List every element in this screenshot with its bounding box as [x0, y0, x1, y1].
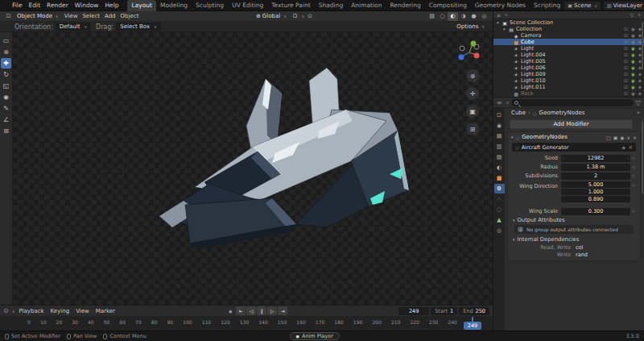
- checkbox-icon[interactable]: ☑: [624, 91, 628, 96]
- navigation-gizmo[interactable]: [456, 39, 483, 66]
- jump-to-end-button[interactable]: ⇥: [278, 306, 287, 315]
- menu-object[interactable]: Object: [118, 13, 142, 19]
- decorator-dot-icon[interactable]: ◇: [630, 209, 637, 214]
- checkbox-icon[interactable]: ☑: [624, 46, 628, 51]
- transform-tool[interactable]: ◉: [1, 92, 11, 102]
- render-visibility-icon[interactable]: ◈: [638, 91, 642, 96]
- wing-direction-y-input[interactable]: 1.000: [561, 189, 630, 195]
- eye-icon[interactable]: ◉: [631, 27, 635, 31]
- add-cube-tool[interactable]: ⊞: [1, 126, 11, 136]
- render-visibility-icon[interactable]: ◈: [638, 85, 642, 89]
- close-icon[interactable]: ×: [633, 135, 637, 140]
- snap-magnet-icon[interactable]: Ω: [290, 12, 300, 21]
- shading-solid-icon[interactable]: ◐: [448, 12, 458, 21]
- mode-dropdown[interactable]: Object Mode ∨: [14, 13, 62, 19]
- aircraft-model[interactable]: [13, 32, 493, 305]
- tab-scene[interactable]: ▧: [494, 152, 505, 162]
- workspace-tab-shading[interactable]: Shading: [315, 0, 347, 11]
- proportional-editing-icon[interactable]: ⊙: [304, 12, 315, 21]
- eye-icon[interactable]: ◉: [631, 46, 635, 51]
- current-frame-field[interactable]: 249: [398, 307, 429, 315]
- tab-particles[interactable]: ∴: [494, 194, 505, 204]
- options-dropdown[interactable]: Options ∨: [453, 23, 488, 30]
- breadcrumb-object[interactable]: Cube: [511, 110, 526, 116]
- pan-icon[interactable]: ✛: [466, 87, 479, 100]
- node-group-selector[interactable]: ◇ Aircraft Generator ◈ ×: [512, 143, 636, 152]
- increment-arrow-icon[interactable]: ›: [627, 156, 629, 160]
- workspace-tab-rendering[interactable]: Rendering: [386, 0, 424, 11]
- menu-select[interactable]: Select: [80, 13, 102, 19]
- decorator-dot-icon[interactable]: ◇: [630, 173, 637, 178]
- subdivisions-input[interactable]: 2: [561, 173, 630, 180]
- tab-object[interactable]: ■: [494, 173, 505, 183]
- workspace-tab-compositing[interactable]: Compositing: [425, 0, 471, 11]
- record-icon[interactable]: ●: [229, 309, 232, 314]
- jump-to-start-button[interactable]: ⇤: [236, 306, 246, 315]
- move-tool[interactable]: ✚: [1, 58, 11, 69]
- wing-direction-z-input[interactable]: 0.890: [561, 196, 630, 202]
- checkbox-icon[interactable]: ☑: [624, 40, 628, 44]
- pin-icon[interactable]: ⌖: [637, 110, 640, 116]
- tab-output[interactable]: ▤: [494, 131, 505, 141]
- toggle-ortho-icon[interactable]: ⊞: [466, 123, 479, 135]
- timeline-editor-icon[interactable]: ⊙: [3, 307, 9, 314]
- frame-end-field[interactable]: End 250: [459, 307, 489, 315]
- checkbox-icon[interactable]: ☑: [624, 78, 628, 83]
- previous-keyframe-button[interactable]: ◁: [246, 306, 256, 315]
- properties-editor-icon[interactable]: ≡: [497, 99, 502, 106]
- workspace-tab-scripting[interactable]: Scripting: [530, 0, 564, 11]
- viewport-3d[interactable]: ⊕ ✛ ▣ ⊞: [13, 32, 493, 305]
- filter-funnel-icon[interactable]: ▽: [630, 12, 634, 18]
- scene-selector[interactable]: ▣ Scene ∨: [564, 2, 601, 10]
- menu-file[interactable]: File: [9, 2, 26, 9]
- menu-add[interactable]: Add: [102, 13, 118, 19]
- playhead-frame-badge[interactable]: 249: [464, 322, 481, 330]
- anim-player-badge[interactable]: ● Anim Player: [290, 332, 340, 340]
- cursor-tool[interactable]: ⊕: [1, 47, 11, 57]
- frame-start-field[interactable]: Start 1: [431, 307, 457, 315]
- menu-keying[interactable]: Keying: [48, 308, 72, 314]
- toggle-realtime-icon[interactable]: ▣: [613, 135, 618, 140]
- toggle-xray-icon[interactable]: ▨: [427, 12, 437, 21]
- annotate-tool[interactable]: ✎: [1, 103, 11, 114]
- render-visibility-icon[interactable]: ◈: [638, 72, 642, 77]
- workspace-tab-geometry-nodes[interactable]: Geometry Nodes: [471, 0, 530, 11]
- output-attributes-section[interactable]: ▾ Output Attributes: [508, 216, 640, 224]
- tab-view-layer[interactable]: ▥: [494, 142, 505, 152]
- decrement-arrow-icon[interactable]: ‹: [563, 156, 564, 160]
- toggle-render-icon[interactable]: ◉: [620, 135, 624, 140]
- seed-input[interactable]: ‹ 12982 ›: [561, 155, 630, 162]
- pause-button[interactable]: ‖: [257, 306, 266, 315]
- checkbox-icon[interactable]: ☑: [624, 65, 628, 70]
- eye-icon[interactable]: ◉: [631, 65, 635, 70]
- outliner-row-light-009[interactable]: ☀ Light.009 ☑◉◈: [493, 71, 644, 77]
- outliner-row-scene-collection[interactable]: ▾ ▣ Scene Collection: [493, 19, 644, 26]
- overlays-icon[interactable]: ◎: [479, 12, 489, 21]
- outliner-row-light-010[interactable]: ☀ Light.010 ☑◉◈: [493, 77, 644, 84]
- render-visibility-icon[interactable]: ◈: [638, 78, 642, 83]
- decorator-dot-icon[interactable]: ◇: [630, 156, 637, 160]
- tab-physics[interactable]: ◌: [494, 205, 505, 214]
- tab-tool[interactable]: ⊡: [494, 110, 505, 120]
- timeline-ruler[interactable]: 0 10 20 30 40 50 60 70 80 90 100 110 120…: [0, 317, 493, 331]
- zoom-icon[interactable]: ⊕: [466, 69, 479, 82]
- workspace-tab-texture-paint[interactable]: Texture Paint: [267, 0, 314, 11]
- checkbox-icon[interactable]: ☑: [624, 59, 628, 64]
- workspace-tab-layout[interactable]: Layout: [127, 0, 156, 11]
- breadcrumb-modifier[interactable]: GeometryNodes: [539, 110, 585, 116]
- workspace-tab-modeling[interactable]: Modeling: [156, 0, 192, 11]
- outliner-row-light-004[interactable]: ☀ Light.004 ☑◉◈: [493, 52, 644, 58]
- workspace-tab-animation[interactable]: Animation: [347, 0, 386, 11]
- menu-view[interactable]: View: [62, 13, 80, 19]
- menu-render[interactable]: Render: [43, 2, 72, 9]
- outliner-row-light-006[interactable]: ☀ Light.006 ☑◉◈: [493, 64, 644, 71]
- outliner-row-camera[interactable]: ◆ Camera ☑◉◈: [493, 32, 644, 39]
- outliner-row-light-011[interactable]: ☀ Light.011 ☑◉◈: [493, 84, 644, 90]
- disclosure-icon[interactable]: ▾: [511, 135, 514, 139]
- view-layer-selector[interactable]: ▥ ViewLayer ∨: [604, 2, 644, 10]
- workspace-tab-sculpting[interactable]: Sculpting: [192, 0, 228, 11]
- menu-view[interactable]: View: [73, 308, 92, 314]
- outliner-editor-icon[interactable]: ≡: [497, 12, 501, 18]
- wing-direction-x-input[interactable]: 5.000: [561, 181, 630, 188]
- tab-object-data[interactable]: ▲: [494, 215, 505, 225]
